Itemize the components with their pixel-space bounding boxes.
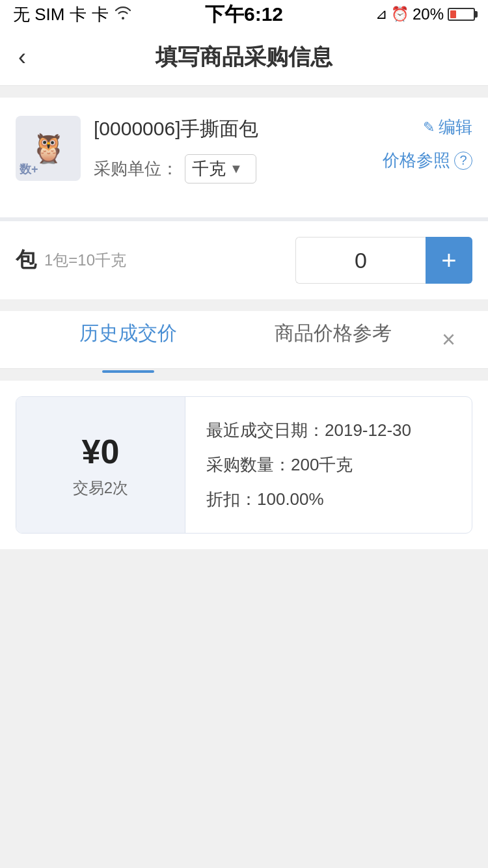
product-info: 🦉 数+ [0000006]手撕面包 采购单位： 千克 ▼ — [16, 116, 383, 183]
product-logo: 🦉 — [31, 131, 66, 165]
purchase-qty-label: 采购数量： — [206, 455, 291, 474]
product-header: 🦉 数+ [0000006]手撕面包 采购单位： 千克 ▼ ✎ 编辑 — [16, 116, 472, 183]
product-name: [0000006]手撕面包 — [94, 116, 383, 142]
main-content-area — [0, 549, 488, 868]
unit-select[interactable]: 千克 ▼ — [185, 154, 256, 183]
plus-icon: + — [441, 246, 456, 275]
quantity-input[interactable]: 0 — [295, 237, 426, 284]
product-section: 🦉 数+ [0000006]手撕面包 采购单位： 千克 ▼ ✎ 编辑 — [0, 98, 488, 217]
tab-price-ref[interactable]: 商品价格参考 — [230, 320, 435, 360]
purchase-qty-row: 采购数量：200千克 — [206, 452, 451, 478]
page-title: 填写商品采购信息 — [156, 42, 332, 72]
dropdown-arrow-icon: ▼ — [230, 161, 243, 176]
card-left: ¥0 交易2次 — [16, 397, 185, 533]
unit-label: 采购单位： — [94, 157, 178, 180]
tabs-header: 历史成交价 商品价格参考 × — [0, 311, 488, 368]
status-bar: 无 SIM 卡 卡 下午6:12 ⊿ ⏰ 20% — [0, 0, 488, 29]
right-column: ✎ 编辑 价格参照 ? — [383, 116, 472, 172]
card-trade-count: 交易2次 — [73, 478, 128, 498]
edit-label: 编辑 — [439, 116, 472, 139]
help-icon: ? — [454, 152, 472, 170]
status-left: 无 SIM 卡 卡 — [13, 3, 132, 26]
alarm-icon: ⏰ — [391, 6, 409, 23]
quantity-plus-button[interactable]: + — [426, 237, 472, 284]
battery-percent: 20% — [413, 5, 444, 23]
quantity-value: 0 — [355, 248, 367, 273]
unit-value: 千克 — [192, 157, 226, 180]
carrier-label: 无 SIM 卡 — [13, 3, 87, 26]
status-right: ⊿ ⏰ 20% — [375, 5, 475, 23]
product-image: 🦉 数+ — [16, 116, 81, 181]
quantity-row: 包 1包=10千克 0 + — [0, 217, 488, 299]
tab-active-underline — [102, 370, 154, 373]
discount-label: 折扣： — [206, 489, 257, 509]
discount-value: 100.00% — [257, 489, 324, 509]
quantity-unit-badge: 包 — [16, 246, 36, 275]
price-ref-button[interactable]: 价格参照 ? — [383, 149, 472, 172]
card-price: ¥0 — [82, 432, 120, 471]
edit-button[interactable]: ✎ 编辑 — [423, 116, 472, 139]
tab-history-price[interactable]: 历史成交价 — [26, 320, 230, 360]
nav-bar: ‹ 填写商品采购信息 — [0, 29, 488, 86]
discount-row: 折扣：100.00% — [206, 487, 451, 512]
location-icon: ⊿ — [375, 6, 387, 23]
card-right: 最近成交日期：2019-12-30 采购数量：200千克 折扣：100.00% — [185, 397, 472, 533]
wifi-icon — [114, 5, 132, 25]
price-ref-label: 价格参照 — [383, 149, 450, 172]
quantity-left: 包 1包=10千克 — [16, 246, 126, 275]
sim-icon: 卡 — [92, 3, 109, 26]
battery-indicator — [448, 8, 475, 21]
unit-conversion: 1包=10千克 — [44, 250, 126, 271]
time-label: 下午6:12 — [205, 1, 283, 28]
card-section: ¥0 交易2次 最近成交日期：2019-12-30 采购数量：200千克 折扣：… — [0, 381, 488, 549]
edit-icon: ✎ — [423, 119, 435, 136]
product-details: [0000006]手撕面包 采购单位： 千克 ▼ — [94, 116, 383, 183]
tabs-close-button[interactable]: × — [435, 326, 462, 353]
tab-history-label: 历史成交价 — [79, 320, 177, 347]
last-deal-date-value: 2019-12-30 — [325, 420, 411, 440]
logo-text: 数+ — [20, 161, 38, 177]
last-deal-date-row: 最近成交日期：2019-12-30 — [206, 418, 451, 443]
product-unit-row: 采购单位： 千克 ▼ — [94, 154, 383, 183]
back-button[interactable]: ‹ — [18, 44, 26, 71]
last-deal-date-label: 最近成交日期： — [206, 420, 325, 440]
history-card: ¥0 交易2次 最近成交日期：2019-12-30 采购数量：200千克 折扣：… — [16, 396, 472, 534]
quantity-right: 0 + — [295, 237, 472, 284]
tab-price-ref-label: 商品价格参考 — [275, 320, 392, 347]
purchase-qty-value: 200千克 — [291, 455, 353, 474]
tabs-section: 历史成交价 商品价格参考 × — [0, 311, 488, 369]
